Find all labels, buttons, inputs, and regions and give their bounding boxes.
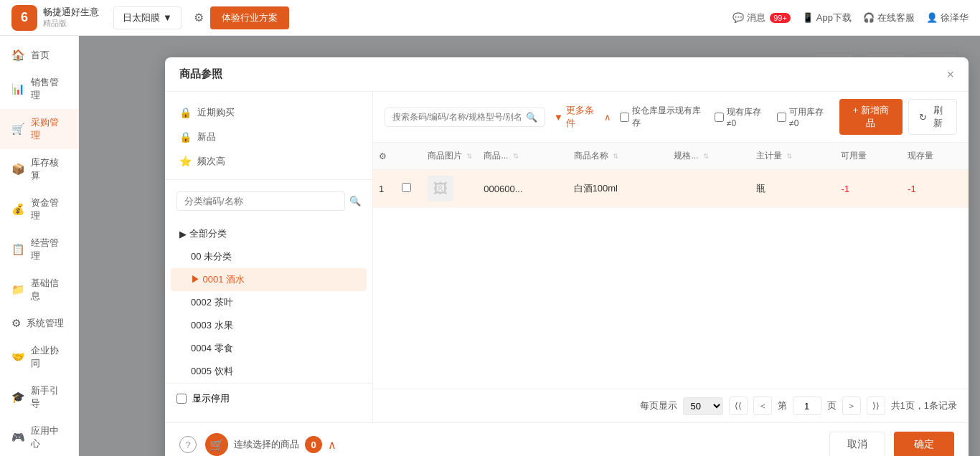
cat-0001[interactable]: ▶ 0001 酒水 bbox=[171, 268, 367, 291]
sort-name-icon: ⇅ bbox=[613, 152, 618, 160]
cat-0003[interactable]: 0003 水果 bbox=[171, 314, 367, 337]
show-disabled-label: 显示停用 bbox=[192, 392, 230, 405]
high-freq-item[interactable]: ⭐ 频次高 bbox=[171, 149, 367, 174]
cat-search-icon[interactable]: 🔍 bbox=[349, 196, 361, 206]
home-icon: 🏠 bbox=[11, 49, 25, 62]
product-search-input[interactable] bbox=[392, 112, 522, 122]
sidebar-item-guide[interactable]: 🎓 新手引导 bbox=[0, 377, 78, 417]
search-input-wrap: 🔍 bbox=[385, 108, 545, 127]
filter-btn[interactable]: ▼ 更多条件 ∧ bbox=[554, 104, 611, 130]
inventory-icon: 📦 bbox=[11, 163, 25, 176]
search-bar: 🔍 ▼ 更多条件 ∧ 按仓库显示现有库存 bbox=[373, 92, 969, 143]
add-product-btn[interactable]: + 新增商品 bbox=[839, 99, 902, 135]
left-panel: 🔒 近期购买 🔒 新品 ⭐ 频次高 bbox=[165, 92, 373, 422]
row-checkbox[interactable] bbox=[402, 183, 411, 192]
category-tree: ▶ 全部分类 00 未分类 ▶ 0001 酒水 0002 茶叶 bbox=[165, 217, 372, 383]
sidebar-item-apps[interactable]: 🎮 应用中心 bbox=[0, 417, 78, 456]
cat-0005[interactable]: 0005 饮料 bbox=[171, 360, 367, 383]
col-name: 商品名称 ⇅ bbox=[568, 143, 669, 170]
next-page-btn[interactable]: ＞ bbox=[842, 396, 861, 415]
row-code: 000600... bbox=[478, 170, 567, 208]
cart-icon-wrap[interactable]: 🛒 bbox=[205, 433, 228, 456]
available-stock-label: 可用库存≠0 bbox=[789, 106, 831, 128]
sidebar-item-system[interactable]: ⚙ 系统管理 bbox=[0, 310, 78, 337]
page-size-label: 每页显示 bbox=[640, 399, 677, 412]
new-products-item[interactable]: 🔒 新品 bbox=[171, 125, 367, 149]
last-page-btn[interactable]: ⟩⟩ bbox=[867, 396, 885, 415]
sidebar-label-finance: 资金管理 bbox=[31, 196, 67, 222]
help-icon[interactable]: ? bbox=[179, 436, 197, 453]
system-icon: ⚙ bbox=[11, 317, 21, 330]
available-stock-checkbox[interactable] bbox=[777, 113, 786, 122]
row-stock: -1 bbox=[902, 170, 969, 208]
guide-icon: 🎓 bbox=[11, 391, 25, 404]
cancel-button[interactable]: 取消 bbox=[829, 432, 885, 456]
cat-search-input[interactable] bbox=[176, 191, 345, 211]
refresh-label: 刷新 bbox=[930, 104, 946, 130]
headset-icon: 🎧 bbox=[863, 12, 875, 23]
logo-icon: 6 bbox=[11, 5, 37, 31]
sidebar-item-enterprise[interactable]: 🤝 企业协同 bbox=[0, 337, 78, 377]
table-row[interactable]: 1 🖼 000600... bbox=[373, 170, 969, 208]
warehouse-label: 按仓库显示现有库存 bbox=[632, 105, 706, 129]
sidebar-item-finance[interactable]: 💰 资金管理 bbox=[0, 189, 78, 229]
sidebar-item-inventory[interactable]: 📦 库存核算 bbox=[0, 149, 78, 189]
first-page-btn[interactable]: ⟨⟨ bbox=[729, 396, 748, 415]
sidebar-item-sales[interactable]: 📊 销售管理 bbox=[0, 69, 78, 109]
gear-button[interactable]: ⚙ bbox=[187, 6, 210, 29]
table-header-row: ⚙ 商品图片 ⇅ 商品... ⇅ bbox=[373, 143, 969, 170]
confirm-button[interactable]: 确定 bbox=[894, 432, 954, 456]
show-disabled-checkbox[interactable] bbox=[176, 394, 187, 404]
user-avatar[interactable]: 👤 徐泽华 bbox=[926, 11, 969, 24]
selector-label: 日太阳膜 bbox=[123, 11, 160, 24]
sidebar-item-operations[interactable]: 📋 经营管理 bbox=[0, 229, 78, 270]
sales-icon: 📊 bbox=[11, 82, 25, 95]
phone-icon: 📱 bbox=[802, 12, 814, 23]
left-panel-menu: 🔒 近期购买 🔒 新品 ⭐ 频次高 bbox=[165, 100, 372, 174]
search-magnify-icon[interactable]: 🔍 bbox=[526, 112, 537, 123]
cart-area: 🛒 连续选择的商品 0 ∧ bbox=[205, 433, 336, 456]
recent-buy-item[interactable]: 🔒 近期购买 bbox=[171, 100, 367, 125]
products-table: ⚙ 商品图片 ⇅ 商品... ⇅ bbox=[373, 143, 969, 208]
prev-page-btn[interactable]: ＜ bbox=[753, 396, 772, 415]
sidebar-item-home[interactable]: 🏠 首页 bbox=[0, 42, 78, 69]
filter-label: 更多条件 bbox=[566, 104, 601, 130]
arrow-icon: ▶ bbox=[179, 229, 187, 239]
page-number-input[interactable] bbox=[793, 396, 821, 415]
warehouse-checkbox[interactable] bbox=[620, 113, 629, 122]
modal-close-button[interactable]: × bbox=[946, 68, 954, 81]
checkbox-current-stock: 现有库存≠0 bbox=[715, 106, 768, 128]
sidebar-item-purchase[interactable]: 🛒 采购管理 bbox=[0, 109, 78, 149]
page-size-select[interactable]: 50 100 200 bbox=[683, 397, 723, 415]
sidebar-item-basic[interactable]: 📁 基础信息 bbox=[0, 270, 78, 310]
app-name: 畅捷通好生意 bbox=[43, 6, 99, 19]
toolbar-right: + 新增商品 ↻ 刷新 bbox=[839, 99, 957, 135]
avatar-icon: 👤 bbox=[926, 12, 938, 23]
refresh-btn[interactable]: ↻ 刷新 bbox=[908, 99, 957, 135]
sidebar-label-home: 首页 bbox=[31, 49, 50, 62]
cat-0002[interactable]: 0002 茶叶 bbox=[171, 291, 367, 314]
experience-btn[interactable]: 体验行业方案 bbox=[210, 6, 289, 29]
col-spec: 规格... ⇅ bbox=[668, 143, 750, 170]
app-download-btn[interactable]: 📱 App下载 bbox=[802, 11, 852, 24]
filter-icon: ▼ bbox=[554, 112, 563, 123]
selector-dropdown[interactable]: 日太阳膜 ▼ bbox=[113, 6, 182, 29]
checkbox-available-stock: 可用库存≠0 bbox=[777, 106, 831, 128]
sidebar-label-basic: 基础信息 bbox=[31, 277, 67, 303]
messages-btn[interactable]: 💬 消息 99+ bbox=[732, 11, 791, 24]
row-checkbox-cell[interactable] bbox=[396, 170, 422, 208]
cat-0004[interactable]: 0004 零食 bbox=[171, 337, 367, 360]
filter-arrow: ∧ bbox=[604, 112, 611, 123]
online-service-btn[interactable]: 🎧 在线客服 bbox=[863, 11, 915, 24]
cart-count: 0 bbox=[305, 436, 322, 453]
modal-footer: ? 🛒 连续选择的商品 0 ∧ 取消 确定 bbox=[165, 422, 969, 456]
col-available: 可用量 bbox=[835, 143, 902, 170]
current-stock-checkbox[interactable] bbox=[715, 113, 724, 122]
cat-all[interactable]: ▶ 全部分类 bbox=[171, 222, 367, 245]
collapse-up-icon[interactable]: ∧ bbox=[328, 438, 336, 452]
cat-00[interactable]: 00 未分类 bbox=[171, 245, 367, 268]
app-sub: 精品版 bbox=[43, 18, 99, 29]
row-img-cell: 🖼 bbox=[422, 170, 478, 208]
sidebar-label-sales: 销售管理 bbox=[31, 76, 67, 102]
modal-title: 商品参照 bbox=[179, 67, 222, 81]
